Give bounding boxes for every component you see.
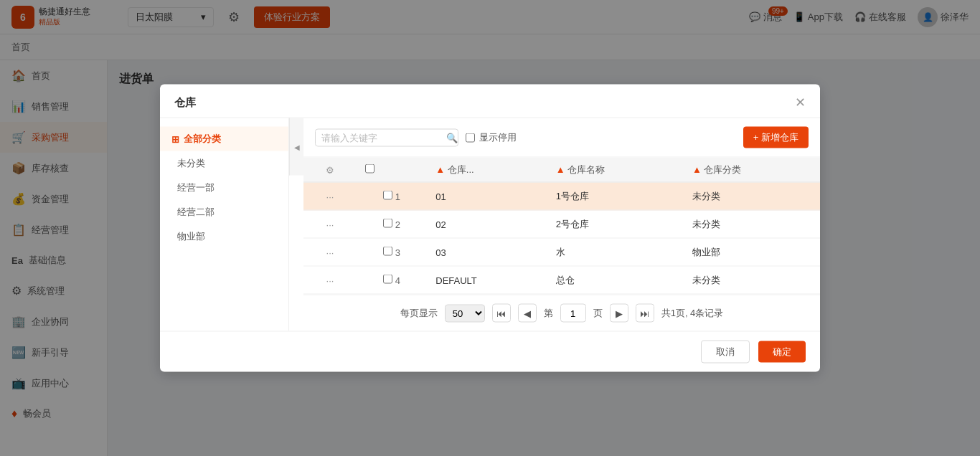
show-disabled-wrap: 显示停用 (466, 131, 517, 144)
row-category: 未分类 (684, 210, 820, 238)
show-disabled-label: 显示停用 (479, 131, 517, 144)
total-label: 共1页, 4条记录 (661, 307, 724, 320)
category-panel: ⊞ 全部分类 未分类 经营一部 经营二部 物业部 (160, 118, 289, 331)
modal-body: ⊞ 全部分类 未分类 经营一部 经营二部 物业部 ◀ 🔍 显示停用 (160, 118, 820, 331)
ellipsis-icon[interactable]: ··· (326, 275, 334, 285)
pagination: 每页显示 50 20 100 ⏮ ◀ 第 页 ▶ ⏭ 共1页, 4条记录 (303, 295, 820, 331)
row-category: 物业部 (684, 238, 820, 266)
row-number: 1 (357, 182, 427, 210)
row-code: 03 (427, 238, 547, 266)
search-input[interactable] (321, 132, 442, 143)
search-input-wrap: 🔍 (315, 128, 458, 146)
ellipsis-icon[interactable]: ··· (326, 191, 334, 201)
row-checkbox[interactable] (383, 275, 392, 284)
modal-footer: 取消 确定 (160, 331, 820, 372)
ellipsis-icon[interactable]: ··· (326, 219, 334, 229)
page-label: 第 (544, 307, 553, 320)
table-row[interactable]: ··· 3 03 水 物业部 (303, 238, 820, 266)
last-page-button[interactable]: ⏭ (636, 304, 654, 323)
warehouse-modal: 仓库 ✕ ⊞ 全部分类 未分类 经营一部 经营二部 物业部 ◀ 🔍 (160, 85, 820, 372)
row-code: DEFAULT (427, 266, 547, 294)
warehouse-table: ⚙ ▲ 仓库... ▲ 仓库名称 ▲ (303, 158, 820, 295)
grid-icon: ⊞ (171, 133, 179, 144)
per-page-label: 每页显示 (400, 307, 438, 320)
category-item-unclassified[interactable]: 未分类 (160, 151, 288, 176)
per-page-select[interactable]: 50 20 100 (445, 304, 485, 322)
col-settings: ⚙ (303, 158, 357, 183)
row-name: 1号仓库 (547, 182, 684, 210)
first-page-button[interactable]: ⏮ (492, 304, 511, 323)
show-disabled-checkbox[interactable] (466, 133, 475, 142)
next-page-button[interactable]: ▶ (610, 304, 628, 323)
row-code: 02 (427, 210, 547, 238)
modal-close-button[interactable]: ✕ (795, 95, 806, 110)
row-actions[interactable]: ··· (303, 182, 357, 210)
page-input[interactable] (560, 304, 586, 323)
category-all-item[interactable]: ⊞ 全部分类 (160, 127, 288, 151)
modal-header: 仓库 ✕ (160, 85, 820, 118)
row-checkbox[interactable] (383, 219, 392, 228)
category-item-dept2[interactable]: 经营二部 (160, 200, 288, 224)
table-row[interactable]: ··· 4 DEFAULT 总仓 未分类 (303, 266, 820, 294)
row-name: 总仓 (547, 266, 684, 294)
category-item-property[interactable]: 物业部 (160, 224, 288, 249)
col-code-header[interactable]: ▲ 仓库... (427, 158, 547, 183)
col-name-header[interactable]: ▲ 仓库名称 (547, 158, 684, 183)
row-category: 未分类 (684, 266, 820, 294)
row-actions[interactable]: ··· (303, 238, 357, 266)
table-row[interactable]: ··· 2 02 2号仓库 未分类 (303, 210, 820, 238)
row-code: 01 (427, 182, 547, 210)
table-row[interactable]: ··· 1 01 1号仓库 未分类 (303, 182, 820, 210)
modal-toolbar: 🔍 显示停用 + 新增仓库 (303, 118, 820, 158)
col-category-header[interactable]: ▲ 仓库分类 (684, 158, 820, 183)
row-number: 4 (357, 266, 427, 294)
category-all-label: 全部分类 (184, 133, 221, 146)
add-warehouse-button[interactable]: + 新增仓库 (743, 127, 809, 148)
row-number: 2 (357, 210, 427, 238)
row-name: 水 (547, 238, 684, 266)
cancel-button[interactable]: 取消 (701, 341, 750, 364)
page-suffix: 页 (593, 307, 603, 320)
row-checkbox[interactable] (383, 191, 392, 200)
row-name: 2号仓库 (547, 210, 684, 238)
table-panel: 🔍 显示停用 + 新增仓库 ⚙ ▲ (303, 118, 820, 331)
row-checkbox[interactable] (383, 247, 392, 256)
col-checkbox-header (357, 158, 427, 183)
row-number: 3 (357, 238, 427, 266)
row-actions[interactable]: ··· (303, 210, 357, 238)
modal-title: 仓库 (174, 95, 196, 109)
prev-page-button[interactable]: ◀ (518, 304, 537, 323)
chevron-left-icon: ◀ (294, 143, 300, 151)
row-actions[interactable]: ··· (303, 266, 357, 294)
row-category: 未分类 (684, 182, 820, 210)
select-all-checkbox[interactable] (365, 164, 374, 174)
confirm-button[interactable]: 确定 (758, 341, 806, 363)
ellipsis-icon[interactable]: ··· (326, 247, 334, 257)
category-item-dept1[interactable]: 经营一部 (160, 176, 288, 200)
panel-collapse-button[interactable]: ◀ (289, 118, 303, 176)
search-icon: 🔍 (446, 132, 458, 143)
